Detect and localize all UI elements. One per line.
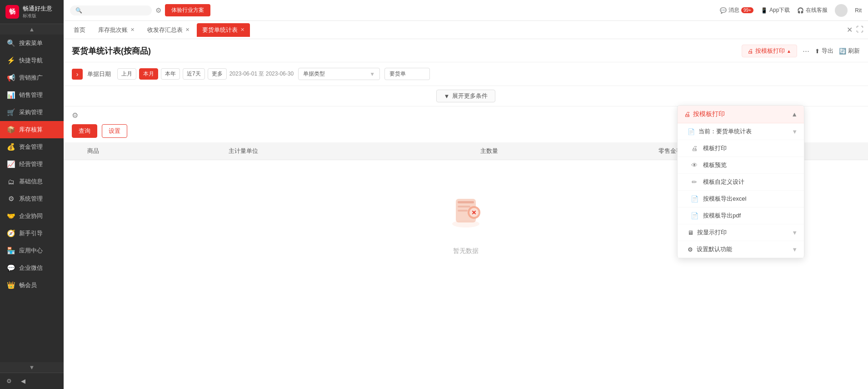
app-download-label: App下载 (769, 6, 790, 14)
dropdown-chevron-up[interactable]: ▲ (791, 111, 798, 118)
sidebar-appstore-label: 应用中心 (19, 247, 43, 255)
query-btn[interactable]: 查询 (72, 124, 97, 138)
sidebar-item-guide[interactable]: 🧭 新手引导 (0, 225, 64, 242)
date-btn-7days[interactable]: 近7天 (183, 68, 205, 80)
tab-batch[interactable]: 库存批次账 ✕ (93, 23, 140, 37)
sidebar-member-label: 畅会员 (19, 281, 37, 289)
purchase-icon: 🛒 (6, 108, 15, 116)
sidebar-quick-label: 快捷导航 (19, 56, 43, 65)
topbar-gear-icon[interactable]: ⚙ (155, 6, 161, 15)
topbar-search-icon: 🔍 (75, 7, 82, 14)
sidebar-item-operation[interactable]: 📈 经营管理 (0, 156, 64, 173)
sidebar-operation-label: 经营管理 (19, 160, 43, 168)
tab-summary-label: 收发存汇总表 (147, 26, 183, 34)
logo-icon: 畅 (5, 5, 19, 19)
window-close-icon[interactable]: ✕ (847, 25, 853, 34)
sidebar-item-member[interactable]: 👑 畅会员 (0, 277, 64, 294)
settings-icon[interactable]: ⚙ (6, 378, 12, 384)
quick-icon: ⚡ (6, 56, 15, 65)
trial-button[interactable]: 体验行业方案 (165, 4, 210, 16)
type-select-chevron: ▼ (369, 71, 375, 77)
dropdown-current-template[interactable]: 📄 当前：要货单统计表 ▼ (678, 123, 804, 140)
sidebar-item-marketing[interactable]: 📢 营销推广 (0, 69, 64, 86)
template-design-label: 模板自定义设计 (703, 178, 744, 186)
export-btn[interactable]: ⬆ 导出 (815, 47, 833, 55)
sidebar-scroll-up[interactable]: ▲ (0, 24, 64, 35)
table-settings-icon[interactable]: ⚙ (72, 111, 78, 120)
tab-summary-close[interactable]: ✕ (185, 27, 190, 33)
tab-order-close[interactable]: ✕ (240, 27, 244, 33)
date-btn-this-year[interactable]: 本年 (161, 68, 180, 80)
user-name: Rit (855, 7, 862, 14)
display-print-left: 🖥 按显示打印 (688, 228, 727, 237)
sidebar-marketing-label: 营销推广 (19, 74, 43, 82)
col-product: 商品 (82, 142, 223, 160)
svg-rect-2 (458, 201, 474, 203)
dropdown-export-excel[interactable]: 📄 按模板导出excel (678, 191, 804, 207)
tab-order[interactable]: 要货单统计表 ✕ (197, 23, 250, 37)
message-item[interactable]: 💬 消息 99+ (720, 6, 753, 14)
expand-more-row: ▼ 展开更多条件 (64, 86, 868, 106)
cargo-select[interactable]: 要货单 (384, 68, 430, 80)
type-select[interactable]: 单据类型 ▼ (298, 68, 380, 80)
sidebar-item-quick[interactable]: ⚡ 快捷导航 (0, 52, 64, 69)
collapse-icon[interactable]: ◀ (21, 378, 25, 384)
dropdown-default-func[interactable]: ⚙ 设置默认功能 ▼ (678, 241, 804, 258)
dropdown-export-pdf[interactable]: 📄 按模板导出pdf (678, 207, 804, 224)
sidebar-scroll-down[interactable]: ▼ (0, 362, 64, 373)
window-maximize-icon[interactable]: ⛶ (856, 25, 863, 34)
topbar-search-box[interactable]: 🔍 (70, 5, 152, 15)
expand-more-btn[interactable]: ▼ 展开更多条件 (436, 90, 496, 102)
dropdown-template-print[interactable]: 🖨 模板打印 (678, 140, 804, 157)
print-template-btn[interactable]: 🖨 按模板打印 ▲ (742, 45, 797, 57)
current-template-label: 当前：要货单统计表 (698, 127, 752, 136)
tab-home[interactable]: 首页 (68, 23, 91, 37)
print-chevron-up: ▲ (787, 49, 791, 54)
template-preview-label: 模板预览 (703, 161, 727, 169)
col-unit: 主计量单位 (223, 142, 475, 160)
sidebar-item-collab[interactable]: 🤝 企业协同 (0, 207, 64, 225)
sidebar-item-system[interactable]: ⚙ 系统管理 (0, 190, 64, 207)
cargo-label: 要货单 (389, 70, 406, 78)
date-btn-this-month[interactable]: 本月 (139, 68, 158, 80)
app-logo: 畅 畅通好生意 标准版 (0, 0, 64, 24)
sidebar-item-appstore[interactable]: 🏪 应用中心 (0, 242, 64, 259)
dropdown-template-design[interactable]: ✏ 模板自定义设计 (678, 174, 804, 191)
online-service-item[interactable]: 🎧 在线客服 (797, 6, 828, 14)
export-excel-label: 按模板导出excel (703, 195, 746, 203)
date-btn-last-month[interactable]: 上月 (117, 68, 136, 80)
tab-batch-close[interactable]: ✕ (130, 27, 135, 33)
expand-more-label: 展开更多条件 (452, 92, 488, 100)
export-label: 导出 (822, 47, 833, 55)
user-avatar[interactable] (835, 4, 848, 17)
tab-summary[interactable]: 收发存汇总表 ✕ (142, 23, 195, 37)
dropdown-title-area: 🖨 按模板打印 (684, 110, 725, 118)
sidebar-item-sales[interactable]: 📊 销售管理 (0, 86, 64, 104)
sidebar-sales-label: 销售管理 (19, 91, 43, 99)
settings-btn[interactable]: 设置 (102, 124, 127, 138)
filter-expand-btn[interactable]: › (72, 69, 83, 80)
sidebar-item-purchase[interactable]: 🛒 采购管理 (0, 104, 64, 121)
export-icon: ⬆ (815, 48, 820, 55)
wechat-icon: 💬 (6, 264, 15, 272)
export-pdf-icon: 📄 (690, 212, 698, 219)
message-icon: 💬 (720, 7, 727, 14)
app-download-item[interactable]: 📱 App下载 (761, 6, 790, 14)
sidebar-item-inventory[interactable]: 📦 库存核算 (0, 121, 64, 138)
action-dots-icon[interactable]: ··· (803, 46, 809, 56)
topbar-right: 💬 消息 99+ 📱 App下载 🎧 在线客服 Rit (720, 4, 862, 17)
dropdown-template-preview[interactable]: 👁 模板预览 (678, 157, 804, 174)
dropdown-display-print[interactable]: 🖥 按显示打印 ▼ (678, 224, 804, 241)
sidebar-item-basic[interactable]: 🗂 基础信息 (0, 173, 64, 190)
marketing-icon: 📢 (6, 74, 15, 82)
sidebar-item-search[interactable]: 🔍 搜索菜单 (0, 35, 64, 52)
filter-bar: › 单据日期 上月 本月 本年 近7天 更多 2023-06-01 至 2023… (64, 62, 868, 86)
operation-icon: 📈 (6, 160, 15, 168)
message-label: 消息 (728, 6, 739, 14)
sidebar-item-wechat[interactable]: 💬 企业微信 (0, 259, 64, 277)
page-actions: 🖨 按模板打印 ▲ ··· ⬆ 导出 🔄 刷新 (742, 45, 860, 57)
refresh-btn[interactable]: 🔄 刷新 (839, 47, 860, 55)
date-btn-more[interactable]: 更多 (208, 68, 227, 80)
empty-illustration (443, 187, 489, 242)
sidebar-item-finance[interactable]: 💰 资金管理 (0, 138, 64, 156)
